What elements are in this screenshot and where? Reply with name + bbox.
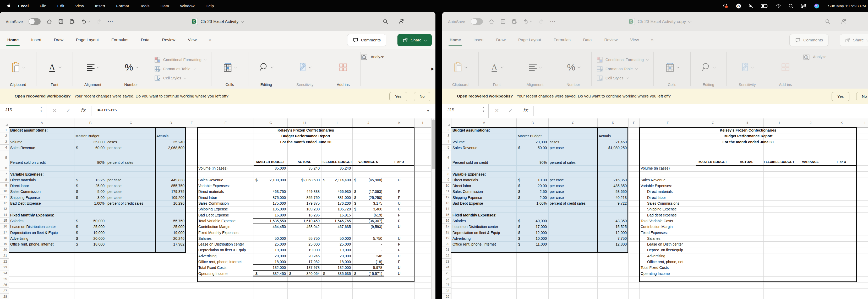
row-header-7[interactable]: 7 xyxy=(442,166,451,171)
cell-J23[interactable]: 5,978 xyxy=(352,265,384,270)
cell-B19[interactable]: $10,000 xyxy=(517,236,548,241)
menu-item-help[interactable]: Help xyxy=(206,4,214,8)
cell-G6[interactable]: 35,000 xyxy=(254,166,287,171)
cell-B8[interactable]: $13.25 xyxy=(74,177,106,183)
battery-icon[interactable] xyxy=(761,3,769,9)
cell-F12[interactable]: Sales Commission xyxy=(197,201,254,206)
cell-A19[interactable]: Office rent, phone, internet xyxy=(9,241,74,247)
tab-formulas[interactable]: Formulas xyxy=(553,36,571,44)
cell-A8[interactable]: Variable Expenses: xyxy=(451,171,517,177)
report-header-G5[interactable]: MASTER BUDGET xyxy=(254,159,287,165)
ribbon-group-font[interactable]: AFont xyxy=(36,49,72,89)
cell-C13[interactable]: percent of credit sales xyxy=(548,201,597,206)
cell-C9[interactable]: per case xyxy=(106,183,155,189)
ribbon-group-add-ins[interactable]: Add-ins xyxy=(768,49,803,89)
cell-C8[interactable]: per case xyxy=(106,177,155,183)
cell-F15[interactable]: Bad debt expense xyxy=(639,212,696,218)
cell-H6[interactable]: 35,240 xyxy=(287,166,321,171)
cell-F13[interactable]: Shipping Expense xyxy=(197,206,254,212)
tab-formulas[interactable]: Formulas xyxy=(111,36,129,44)
cell-F10[interactable]: Direct materials xyxy=(197,189,254,195)
row-header-5[interactable]: 5 xyxy=(442,145,451,150)
row-header-22[interactable]: 22 xyxy=(0,259,9,264)
cell-D10[interactable]: 435,350 xyxy=(597,183,628,189)
titlebar[interactable]: AutoSave ⋯ X Ch 23 Excel Activity copy xyxy=(442,12,868,31)
cell-C12[interactable]: per case xyxy=(548,195,597,201)
cell-K11[interactable]: F xyxy=(384,195,414,201)
cell-F20[interactable]: Lease on Distn center xyxy=(639,241,696,247)
ribbon-group-sensitivity[interactable]: Sensitivity xyxy=(284,49,326,89)
menu-bar-clock[interactable]: Sun May 19 5:23 PM xyxy=(828,4,866,8)
cell-J10[interactable]: $(17,093) xyxy=(352,189,384,195)
screen-mirroring-icon[interactable] xyxy=(722,3,729,9)
cell-A15[interactable]: Fixed Monthly Expenses: xyxy=(451,212,517,218)
sheet-grid[interactable]: ABCDEFGHIJKL1234567891011121314151617181… xyxy=(0,118,435,299)
row-header-10[interactable]: 10 xyxy=(442,183,451,188)
fx-icon[interactable]: fx xyxy=(81,107,86,113)
ribbon-button-format-as-table[interactable]: Format as Table xyxy=(596,65,649,72)
share-button[interactable]: Share xyxy=(840,34,868,46)
cell-B10[interactable]: $20.00 xyxy=(517,183,548,189)
ribbon-group-font[interactable]: AFont xyxy=(479,49,515,89)
cell-A4[interactable]: Sales Revenue xyxy=(9,145,74,151)
tab-home[interactable]: Home xyxy=(449,36,461,44)
cell-F18[interactable]: Salaries xyxy=(197,236,254,241)
cell-J15[interactable]: (36,307) xyxy=(352,218,384,224)
cell-I21[interactable]: 20,000 xyxy=(321,253,352,259)
cell-B13[interactable]: 1.00% xyxy=(517,201,548,206)
tab-insert[interactable]: Insert xyxy=(31,36,42,44)
name-box[interactable]: J15 ▲▼ xyxy=(442,104,489,118)
tab-review[interactable]: Review xyxy=(603,36,618,44)
vertical-scrollbar[interactable] xyxy=(431,118,435,299)
row-header-5[interactable]: 5 xyxy=(0,151,9,165)
col-header-K[interactable]: K xyxy=(384,118,415,127)
tab-page-layout[interactable]: Page Layout xyxy=(75,36,99,44)
cell-I23[interactable]: 132,000 xyxy=(321,265,352,270)
cell-D18[interactable]: 20,246 xyxy=(155,236,186,241)
title-chevron-icon[interactable] xyxy=(688,19,692,23)
cell-F11[interactable]: Direct materials xyxy=(639,189,696,195)
name-box-spinner[interactable]: ▲▼ xyxy=(40,107,42,112)
ribbon-button-cell-styles[interactable]: Cell Styles xyxy=(154,75,207,82)
cell-G19[interactable]: 25,000 xyxy=(254,241,287,247)
comments-button[interactable]: Comments xyxy=(789,34,829,46)
cell-B9[interactable]: $25.00 xyxy=(74,183,106,189)
col-header-E[interactable]: E xyxy=(186,118,197,127)
cell-G14[interactable]: 16,800 xyxy=(254,212,287,218)
col-header-A[interactable]: A xyxy=(451,118,517,127)
cell-C11[interactable]: per case xyxy=(106,195,155,201)
ribbon-group-clipboard[interactable]: Clipboard xyxy=(442,49,478,89)
cell-I18[interactable]: 50,000 xyxy=(321,236,352,241)
ribbon-group-alignment[interactable]: Alignment xyxy=(73,49,113,89)
cell-J14[interactable]: (619) xyxy=(352,212,384,218)
cell-F14[interactable]: Shipping Expense xyxy=(639,206,696,212)
row-header-15[interactable]: 15 xyxy=(442,212,451,218)
row-header-26[interactable]: 26 xyxy=(0,282,9,288)
cell-D3[interactable]: 35,240 xyxy=(155,139,186,145)
tabs-overflow-icon[interactable]: » xyxy=(209,37,211,43)
row-header-25[interactable]: 25 xyxy=(442,271,451,276)
col-header-L[interactable]: L xyxy=(414,118,432,127)
cell-F11[interactable]: Direct labor xyxy=(197,195,254,201)
cell-F23[interactable]: Total Fixed Costs xyxy=(197,265,254,270)
row-header-11[interactable]: 11 xyxy=(442,189,451,194)
cell-I10[interactable]: 466,930 xyxy=(321,189,352,195)
row-header-9[interactable]: 9 xyxy=(442,177,451,183)
report-header-J5[interactable]: VARIANCE $ xyxy=(352,159,384,165)
cell-H8[interactable]: $2,068,500 xyxy=(287,177,321,183)
cell-H11[interactable]: 855,750 xyxy=(287,195,321,201)
cell-F17[interactable]: Fixed Monthly Expenses: xyxy=(197,230,254,236)
tab-review[interactable]: Review xyxy=(161,36,176,44)
report-header-J6[interactable]: VARIANCE xyxy=(795,159,826,165)
apple-logo-icon[interactable] xyxy=(6,3,11,9)
cell-D3[interactable]: Actuals xyxy=(597,133,628,139)
cell-A18[interactable]: Depreciation on fleet & Equip xyxy=(451,230,517,236)
cell-F14[interactable]: Bad Debt Expense xyxy=(197,212,254,218)
row-header-4[interactable]: 4 xyxy=(0,145,9,150)
cell-H22[interactable]: 17,982 xyxy=(287,259,321,265)
menu-item-edit[interactable]: Edit xyxy=(57,4,64,8)
cell-K10[interactable]: F xyxy=(384,189,414,195)
col-header-I[interactable]: I xyxy=(321,118,353,127)
cell-B20[interactable]: $11,000 xyxy=(517,241,548,247)
account-icon[interactable] xyxy=(840,19,846,24)
